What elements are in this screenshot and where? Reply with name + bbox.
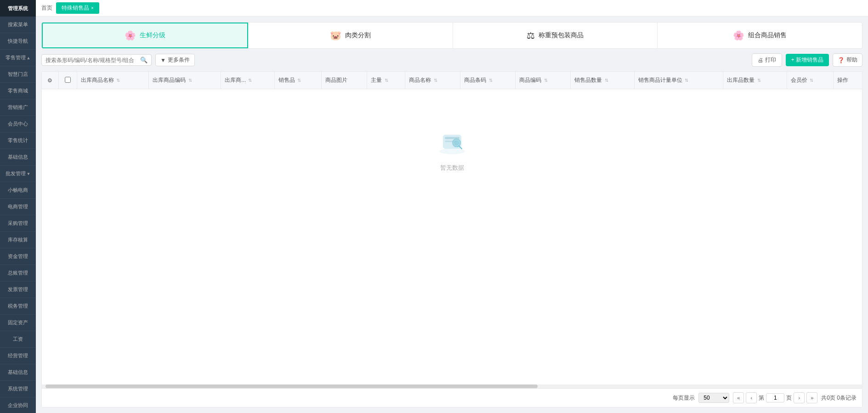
sidebar-item-quick-nav[interactable]: 快捷导航 — [0, 33, 36, 50]
first-page-button[interactable]: « — [733, 392, 744, 403]
prev-page-button[interactable]: ‹ — [746, 392, 757, 403]
print-icon: 🖨 — [758, 57, 763, 63]
cat-tab-combo-sale[interactable]: 🌸 组合商品销售 — [658, 23, 862, 48]
sort-icon: ⇅ — [757, 78, 761, 83]
sidebar-item-operation-mgmt[interactable]: 经营管理 — [0, 348, 36, 364]
sidebar-item-retail-mgmt[interactable]: 零售管理 ▲ — [0, 50, 36, 66]
page-unit-label: 页 — [786, 394, 792, 402]
data-table: ⚙ 出库商品名称 ⇅ 出库商品编码 ⇅ — [41, 71, 862, 407]
weight-prepack-icon: ⚖ — [527, 30, 535, 41]
pagination: 每页显示 20 50 100 « ‹ 第 页 › » 共0页 0条记录 — [42, 388, 862, 407]
sidebar-item-search-order[interactable]: 搜索菜单 — [0, 17, 36, 33]
help-icon: ❓ — [838, 57, 845, 63]
sidebar-item-enterprise-coop[interactable]: 企业协同 — [0, 397, 36, 413]
th-goods-barcode[interactable]: 商品条码 ⇅ — [460, 72, 516, 89]
sidebar-item-smart-store[interactable]: 智慧门店 — [0, 66, 36, 83]
search-icon[interactable]: 🔍 — [140, 57, 148, 63]
cat-tab-meat-cut[interactable]: 🐷 肉类分割 — [248, 23, 453, 48]
cat-tab-weight-prepack[interactable]: ⚖ 称重预包装商品 — [453, 23, 658, 48]
sidebar-item-fixed-assets[interactable]: 固定资产 — [0, 315, 36, 331]
table-header-row: ⚙ 出库商品名称 ⇅ 出库商品编码 ⇅ — [42, 72, 862, 89]
th-out-qty[interactable]: 出库品数量 ⇅ — [723, 72, 787, 89]
cat-tab-fresh-grade[interactable]: 🌸 生鲜分级 — [42, 23, 248, 48]
th-goods-code[interactable]: 商品编码 ⇅ — [516, 72, 571, 89]
next-page-button[interactable]: › — [794, 392, 805, 403]
th-out-goods-name[interactable]: 出库商品名称 ⇅ — [77, 72, 149, 89]
sort-icon: ⇅ — [489, 78, 493, 83]
add-sale-button[interactable]: + 新增销售品 — [786, 54, 829, 66]
cat-tab-label: 称重预包装商品 — [539, 31, 584, 40]
th-goods-image: 商品图片 — [321, 72, 367, 89]
sidebar-item-mini-ecommerce[interactable]: 小畅电商 — [0, 182, 36, 199]
empty-icon — [434, 126, 471, 158]
sort-icon: ⇅ — [248, 78, 252, 83]
th-sale-goods[interactable]: 销售品 ⇅ — [275, 72, 322, 89]
topbar: 首页 特殊销售品 × — [36, 0, 868, 17]
empty-row: 暂无数据 — [42, 89, 862, 209]
horizontal-scrollbar[interactable] — [42, 384, 862, 388]
select-all-checkbox[interactable] — [65, 77, 71, 83]
table-body: 暂无数据 — [42, 89, 862, 209]
sidebar-item-tax-mgmt[interactable]: 税务管理 — [0, 298, 36, 315]
sidebar-item-invoice-mgmt[interactable]: 发票管理 — [0, 281, 36, 298]
sort-icon: ⇅ — [385, 78, 388, 83]
svg-point-0 — [439, 149, 465, 155]
fresh-grade-icon: 🌸 — [125, 30, 136, 41]
cat-tab-label: 组合商品销售 — [748, 31, 787, 40]
tab-close-icon[interactable]: × — [91, 6, 94, 11]
sidebar-item-retail-stats[interactable]: 零售统计 — [0, 132, 36, 149]
sidebar-item-label: 批发管理 — [6, 170, 26, 177]
th-out-goods-spec[interactable]: 出库商... ⇅ — [221, 72, 275, 89]
th-goods-name[interactable]: 商品名称 ⇅ — [405, 72, 460, 89]
scrollbar-thumb — [45, 384, 538, 388]
sidebar-item-purchase-mgmt[interactable]: 采购管理 — [0, 215, 36, 232]
sidebar-item-wages[interactable]: 工资 — [0, 331, 36, 348]
th-sale-unit[interactable]: 销售商品计量单位 ⇅ — [634, 72, 723, 89]
sidebar-item-basic-info2[interactable]: 基础信息 — [0, 364, 36, 381]
table: ⚙ 出库商品名称 ⇅ 出库商品编码 ⇅ — [42, 72, 862, 209]
chevron-down-icon: ▲ — [27, 56, 31, 60]
chevron-down-icon: ▼ — [27, 172, 31, 176]
search-input[interactable] — [45, 57, 140, 63]
th-member-price[interactable]: 会员价 ⇅ — [787, 72, 834, 89]
page-number-input[interactable] — [766, 393, 784, 402]
print-label: 打印 — [765, 56, 776, 64]
help-button[interactable]: ❓ 帮助 — [833, 53, 862, 67]
th-checkbox[interactable] — [58, 72, 77, 89]
th-sale-qty[interactable]: 销售品数量 ⇅ — [571, 72, 634, 89]
sidebar-item-retail-mall[interactable]: 零售商城 — [0, 83, 36, 99]
page-total-label: 共0页 0条记录 — [821, 394, 857, 402]
sidebar-item-ecommerce-mgmt[interactable]: 电商管理 — [0, 199, 36, 215]
toolbar-left: 🔍 ▼ 更多条件 — [41, 54, 195, 66]
last-page-button[interactable]: » — [806, 392, 817, 403]
sort-icon: ⇅ — [544, 78, 548, 83]
combo-sale-icon: 🌸 — [733, 30, 744, 41]
th-settings[interactable]: ⚙ — [42, 72, 58, 89]
th-out-goods-code[interactable]: 出库商品编码 ⇅ — [149, 72, 221, 89]
sidebar-item-inventory-check[interactable]: 库存核算 — [0, 232, 36, 248]
sort-icon: ⇅ — [188, 78, 192, 83]
sidebar-item-system-mgmt[interactable]: 系统管理 — [0, 381, 36, 397]
sidebar-item-general-ledger[interactable]: 总账管理 — [0, 265, 36, 281]
add-label: + 新增销售品 — [791, 56, 823, 64]
page-size-select[interactable]: 20 50 100 — [698, 393, 729, 403]
filter-icon: ▼ — [160, 57, 166, 63]
sidebar-item-wholesale-mgmt[interactable]: 批发管理 ▼ — [0, 166, 36, 182]
help-label: 帮助 — [846, 56, 857, 64]
sidebar-item-marketing[interactable]: 营销推广 — [0, 99, 36, 116]
sidebar-item-basic-info[interactable]: 基础信息 — [0, 149, 36, 166]
sort-icon: ⇅ — [297, 78, 301, 83]
topbar-home[interactable]: 首页 — [41, 4, 52, 12]
main-content: 首页 特殊销售品 × 🌸 生鲜分级 🐷 肉类分割 ⚖ 称重预包装商品 🌸 组合商… — [36, 0, 868, 413]
th-main-unit[interactable]: 主量 ⇅ — [367, 72, 405, 89]
sidebar-item-members[interactable]: 会员中心 — [0, 116, 36, 132]
toolbar: 🔍 ▼ 更多条件 🖨 打印 + 新增销售品 ❓ 帮助 — [41, 53, 862, 67]
filter-button[interactable]: ▼ 更多条件 — [155, 54, 195, 66]
table-scroll[interactable]: ⚙ 出库商品名称 ⇅ 出库商品编码 ⇅ — [42, 72, 862, 384]
print-button[interactable]: 🖨 打印 — [752, 53, 782, 67]
app-logo: 管理系统 — [0, 0, 36, 17]
sidebar-item-funds-mgmt[interactable]: 资金管理 — [0, 248, 36, 265]
topbar-active-tab[interactable]: 特殊销售品 × — [56, 2, 99, 14]
search-box[interactable]: 🔍 — [41, 54, 152, 66]
page-nav: « ‹ 第 页 › » — [733, 392, 817, 403]
